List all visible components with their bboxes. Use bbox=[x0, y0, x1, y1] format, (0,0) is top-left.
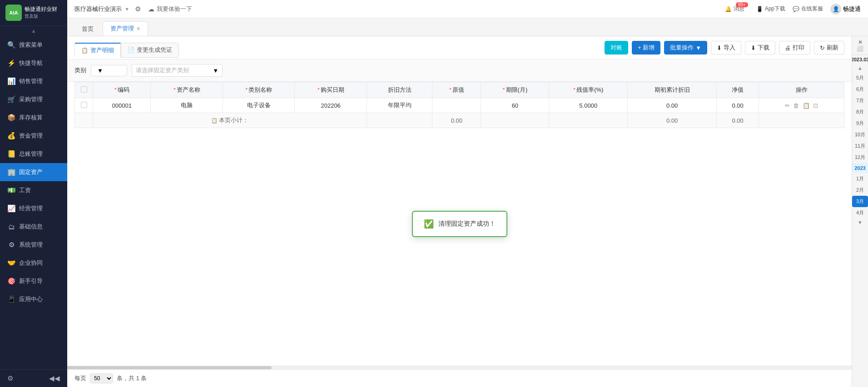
month-12[interactable]: 12月 bbox=[852, 152, 868, 163]
th-depreciation: 折旧方法 bbox=[367, 82, 432, 98]
app-download-icon: 📱 bbox=[756, 6, 763, 12]
row-depreciation: 年限平均 bbox=[367, 98, 432, 113]
scrollbar-thumb[interactable] bbox=[67, 366, 272, 369]
tab-home[interactable]: 首页 bbox=[74, 22, 101, 36]
month-5[interactable]: 5月 bbox=[852, 72, 868, 84]
experience-btn[interactable]: ☁ 我要体验一下 bbox=[148, 5, 192, 13]
sidebar-item-purchase[interactable]: 🛒 采购管理 bbox=[0, 90, 67, 109]
refresh-icon: ↻ bbox=[820, 45, 825, 51]
sidebar-item-system[interactable]: ⚙ 系统管理 bbox=[0, 236, 67, 254]
month-11[interactable]: 11月 bbox=[852, 140, 868, 152]
page-size-select[interactable]: 50 20 100 bbox=[90, 373, 113, 383]
month-6[interactable]: 6月 bbox=[852, 84, 868, 95]
sidebar-item-salary[interactable]: 💵 工资 bbox=[0, 181, 67, 199]
settings-gear-icon[interactable]: ⚙ bbox=[7, 374, 13, 382]
sidebar-item-quick-nav[interactable]: ⚡ 快捷导航 bbox=[0, 54, 67, 72]
sidebar-item-label: 企业协同 bbox=[19, 259, 43, 267]
company-selector[interactable]: 医疗器械行业演示 ▼ bbox=[74, 5, 129, 13]
month-7[interactable]: 7月 bbox=[852, 95, 868, 106]
cloud-icon: ☁ bbox=[148, 5, 154, 13]
online-service-btn[interactable]: 💬 在线客服 bbox=[793, 5, 823, 13]
sidebar-item-fixed-assets[interactable]: 🏢 固定资产 bbox=[0, 163, 67, 181]
delete-icon[interactable]: 🗑 bbox=[793, 102, 799, 109]
collapse-icon[interactable]: ◀◀ bbox=[49, 374, 60, 382]
operations-icon: 📈 bbox=[7, 204, 15, 213]
panel-nav-arrows: ▲ bbox=[857, 64, 864, 72]
month-4[interactable]: 4月 bbox=[852, 207, 868, 218]
more-icon[interactable]: ⊡ bbox=[813, 102, 818, 109]
sidebar-item-guide[interactable]: 🎯 新手引导 bbox=[0, 272, 67, 290]
tab-close-icon[interactable]: ✕ bbox=[136, 26, 140, 32]
table-wrapper: *编码 *资产名称 *类别名称 *购买日期 折旧方法 *原值 *期限(月) *残… bbox=[67, 82, 852, 366]
sub-tab-change-voucher[interactable]: 📄 变更生成凭证 bbox=[121, 43, 179, 58]
app-download-btn[interactable]: 📱 App下载 bbox=[756, 5, 785, 13]
sales-icon: 📊 bbox=[7, 77, 15, 85]
sidebar-item-enterprise[interactable]: 🤝 企业协同 bbox=[0, 254, 67, 272]
right-panel-header: ✕ ⬜ bbox=[852, 36, 868, 55]
month-10[interactable]: 10月 bbox=[852, 129, 868, 140]
subtotal-depreciation bbox=[367, 113, 432, 128]
tab-home-label: 首页 bbox=[82, 25, 94, 33]
select-all-checkbox[interactable] bbox=[81, 86, 87, 93]
edit-icon[interactable]: ✏ bbox=[785, 102, 790, 109]
th-purchase-date: *购买日期 bbox=[295, 82, 367, 98]
th-original-value: *原值 bbox=[432, 82, 481, 98]
sidebar-item-search[interactable]: 🔍 搜索菜单 bbox=[0, 36, 67, 54]
sidebar-item-label: 新手引导 bbox=[19, 277, 43, 285]
sub-tab-label-2: 变更生成凭证 bbox=[137, 46, 172, 54]
message-btn[interactable]: 🔔 消息 99+ bbox=[725, 5, 744, 13]
row-checkbox[interactable] bbox=[81, 102, 87, 108]
topbar-settings-icon[interactable]: ⚙ bbox=[135, 5, 141, 13]
per-page-label: 每页 bbox=[74, 374, 86, 382]
reconcile-button[interactable]: 对账 bbox=[605, 41, 628, 55]
print-button[interactable]: 🖨 打印 bbox=[779, 41, 810, 55]
panel-up-icon[interactable]: ▲ bbox=[858, 65, 863, 71]
new-label: + 新增 bbox=[638, 44, 655, 52]
refresh-button[interactable]: ↻ 刷新 bbox=[814, 41, 844, 55]
download-button[interactable]: ⬇ 下载 bbox=[745, 41, 775, 55]
category-select[interactable]: 请选择固定资产类别 ▼ bbox=[132, 64, 223, 77]
panel-down-icon[interactable]: ▼ bbox=[858, 219, 863, 226]
month-9[interactable]: 9月 bbox=[852, 118, 868, 129]
sidebar-item-inventory[interactable]: 📦 库存核算 bbox=[0, 109, 67, 127]
batch-ops-button[interactable]: 批量操作 ▼ bbox=[664, 41, 707, 55]
sidebar-item-ledger[interactable]: 📒 总账管理 bbox=[0, 145, 67, 163]
new-button[interactable]: + 新增 bbox=[632, 41, 660, 55]
logo-icon: AtA bbox=[5, 5, 22, 21]
sidebar-item-label: 销售管理 bbox=[19, 77, 43, 85]
sidebar-item-sales[interactable]: 📊 销售管理 bbox=[0, 72, 67, 90]
row-original-value bbox=[432, 98, 481, 113]
month-1[interactable]: 1月 bbox=[852, 173, 868, 184]
horizontal-scrollbar[interactable] bbox=[67, 366, 852, 369]
sidebar-item-operations[interactable]: 📈 经营管理 bbox=[0, 199, 67, 218]
tab-assets[interactable]: 资产管理 ✕ bbox=[103, 21, 148, 36]
panel-expand-icon[interactable]: ⬜ bbox=[857, 45, 863, 52]
refresh-label: 刷新 bbox=[827, 44, 838, 52]
month-8[interactable]: 8月 bbox=[852, 106, 868, 118]
panel-toggle-icon[interactable]: ✕ bbox=[858, 39, 863, 45]
success-toast: ✅ 清理固定资产成功！ bbox=[412, 211, 507, 237]
guide-icon: 🎯 bbox=[7, 277, 15, 285]
app-version: 普及版 bbox=[25, 13, 57, 20]
import-icon: ⬇ bbox=[717, 45, 722, 51]
sidebar-item-basic-info[interactable]: 🗂 基础信息 bbox=[0, 218, 67, 236]
sidebar-scroll-up-icon[interactable]: ▲ bbox=[31, 28, 36, 34]
row-code: 000001 bbox=[93, 98, 151, 113]
logo-area: AtA 畅捷通好业财 普及版 bbox=[0, 0, 67, 26]
logo-text-area: 畅捷通好业财 普及版 bbox=[25, 6, 57, 20]
category-type-select[interactable]: ▼ bbox=[91, 65, 127, 76]
copy-icon[interactable]: 📋 bbox=[803, 102, 810, 109]
sidebar-item-app-center[interactable]: 📱 应用中心 bbox=[0, 290, 67, 308]
sidebar-item-finance[interactable]: 💰 资金管理 bbox=[0, 127, 67, 145]
download-label: 下载 bbox=[758, 44, 769, 52]
filter-row: 类别 ▼ 请选择固定资产类别 ▼ bbox=[67, 60, 852, 82]
user-area[interactable]: 👤 畅捷通 bbox=[830, 4, 861, 15]
month-3-active[interactable]: 3月 bbox=[852, 196, 868, 207]
th-name: *资产名称 bbox=[151, 82, 223, 98]
sub-tab-asset-detail[interactable]: 📋 资产明细 bbox=[74, 43, 121, 58]
sidebar-item-label: 搜索菜单 bbox=[19, 41, 43, 49]
month-2[interactable]: 2月 bbox=[852, 184, 868, 196]
th-category: *类别名称 bbox=[223, 82, 294, 98]
subtotal-row: 📋 本页小计： 0.00 0.00 0.00 bbox=[75, 113, 844, 128]
import-button[interactable]: ⬇ 导入 bbox=[711, 41, 741, 55]
